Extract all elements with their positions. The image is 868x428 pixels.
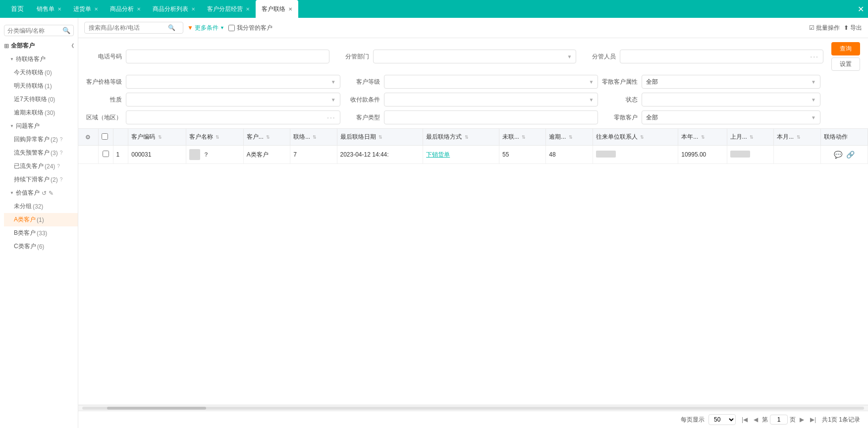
close-purchase-tab[interactable]: ✕ — [94, 6, 98, 12]
prev-page-button[interactable]: ◀ — [752, 415, 760, 424]
th-no-contact[interactable]: 未联... ⇅ — [499, 129, 545, 146]
th-last-method[interactable]: 最后联络方式 ⇅ — [423, 129, 499, 146]
th-checkbox[interactable] — [98, 129, 113, 146]
th-type[interactable]: 客户... ⇅ — [243, 129, 290, 146]
pending-contact-header[interactable]: ▼ 待联络客户 — [4, 53, 78, 66]
horizontal-scrollbar[interactable] — [78, 405, 868, 411]
page-number-input[interactable] — [770, 415, 788, 425]
sort-icon3[interactable]: ⇅ — [266, 135, 270, 140]
sort-icon7[interactable]: ⇅ — [522, 135, 526, 140]
sidebar-item-c-class[interactable]: C类客户 (6) — [4, 240, 78, 253]
payment-select[interactable]: ▼ — [384, 93, 598, 107]
th-last-month[interactable]: 上月... ⇅ — [727, 129, 773, 146]
my-customers-filter[interactable]: 我分管的客户 — [228, 24, 272, 32]
sidebar-item-repurchase-abnormal[interactable]: 回购异常客户 (2) ? — [4, 133, 78, 146]
sort-icon2[interactable]: ⇅ — [216, 135, 219, 140]
query-button[interactable]: 查询 — [831, 42, 860, 55]
close-sales-tab[interactable]: ✕ — [57, 6, 61, 12]
sidebar-item-7day-contact[interactable]: 近7天待联络 (0) — [4, 93, 78, 106]
nav-purchase[interactable]: 进货单 ✕ — [67, 0, 104, 18]
value-customers-header[interactable]: ▼ 价值客户 ↺ ✎ — [4, 186, 78, 200]
edit-icon[interactable]: ✎ — [49, 190, 54, 197]
sidebar-item-unclassified[interactable]: 未分组 (32) — [4, 200, 78, 213]
bulk-ops-button[interactable]: ☑ 批量操作 — [809, 24, 840, 32]
filter-search-icon[interactable]: 🔍 — [168, 24, 175, 31]
sidebar-item-declining[interactable]: 持续下滑客户 (2) ? — [4, 173, 78, 186]
th-name[interactable]: 客户名称 ⇅ — [186, 129, 243, 146]
sidebar-item-churn-warning[interactable]: 流失预警客户 (3) ? — [4, 146, 78, 160]
th-this-month[interactable]: 本月... ⇅ — [774, 129, 820, 146]
per-page-select[interactable]: 50 100 200 — [708, 414, 736, 425]
filter-search-box[interactable]: 🔍 — [84, 22, 183, 34]
message-icon[interactable]: 💬 — [834, 151, 842, 159]
retail-customer-select[interactable]: 全部 ▼ — [642, 110, 820, 124]
filter-search-input[interactable] — [89, 24, 168, 31]
nav-sales[interactable]: 销售单 ✕ — [31, 0, 67, 18]
sort-icon10[interactable]: ⇅ — [701, 135, 705, 140]
nav-customer-contact[interactable]: 客户联络 ✕ — [256, 0, 298, 18]
collapse-icon[interactable]: 《 — [69, 43, 74, 50]
my-customers-checkbox[interactable] — [228, 25, 235, 31]
status-select[interactable]: ▼ — [642, 93, 820, 107]
close-customer-contact-tab[interactable]: ✕ — [288, 6, 292, 12]
dept-select[interactable]: ▼ — [373, 50, 577, 63]
all-customers-header[interactable]: ⊞ 全部客户 《 — [0, 39, 78, 53]
person-input[interactable]: ··· — [620, 50, 823, 63]
row-checkbox[interactable] — [103, 151, 109, 157]
close-all-tabs[interactable]: ✕ — [858, 4, 864, 14]
scroll-track[interactable] — [82, 407, 864, 410]
sidebar-search-input[interactable] — [7, 27, 62, 34]
td-last-method[interactable]: 下销货单 — [423, 146, 499, 164]
settings-button[interactable]: 设置 — [831, 57, 860, 71]
sidebar-item-b-class[interactable]: B类客户 (33) — [4, 226, 78, 240]
close-customer-segment-tab[interactable]: ✕ — [246, 6, 250, 12]
sort-icon6[interactable]: ⇅ — [465, 135, 469, 140]
sidebar-item-churned[interactable]: 已流失客户 (24) ? — [4, 160, 78, 173]
td-checkbox[interactable] — [98, 146, 113, 164]
th-last-date[interactable]: 最后联络日期 ⇅ — [337, 129, 423, 146]
th-code[interactable]: 客户编码 ⇅ — [128, 129, 186, 146]
close-product-analysis-list-tab[interactable]: ✕ — [191, 6, 195, 12]
nature-select[interactable]: ▼ — [126, 93, 340, 107]
price-level-select[interactable]: ▼ — [126, 75, 340, 89]
retail-attr-select[interactable]: 全部 ▼ — [642, 75, 820, 89]
th-this-year[interactable]: 本年... ⇅ — [678, 129, 727, 146]
phone-input[interactable] — [126, 50, 329, 63]
sort-icon8[interactable]: ⇅ — [569, 135, 573, 140]
nav-customer-segment[interactable]: 客户分层经营 ✕ — [201, 0, 256, 18]
link-icon[interactable]: 🔗 — [846, 151, 855, 159]
customer-type-input[interactable] — [384, 110, 598, 124]
sort-icon12[interactable]: ⇅ — [797, 135, 801, 140]
sidebar-search-box[interactable]: 🔍 — [4, 25, 74, 36]
problem-customers-header[interactable]: ▼ 问题客户 — [4, 119, 78, 133]
sort-icon5[interactable]: ⇅ — [379, 135, 382, 140]
customer-level-select[interactable]: ▼ — [384, 75, 598, 89]
last-method-link[interactable]: 下销货单 — [426, 151, 450, 158]
next-page-button[interactable]: ▶ — [798, 415, 806, 424]
sidebar-item-overdue-contact[interactable]: 逾期未联络 (30) — [4, 106, 78, 119]
filter-more-conditions[interactable]: ▼ 更多条件 ▼ — [187, 24, 224, 32]
sidebar-item-tomorrow-contact[interactable]: 明天待联络 (1) — [4, 79, 78, 93]
th-settings[interactable]: ⚙ — [78, 129, 98, 146]
th-overdue[interactable]: 逾期... ⇅ — [546, 129, 593, 146]
nav-product-analysis[interactable]: 商品分析 ✕ — [104, 0, 147, 18]
select-all-checkbox[interactable] — [102, 133, 108, 140]
nav-home[interactable]: 首页 — [4, 0, 31, 18]
th-contact[interactable]: 联络... ⇅ — [290, 129, 337, 146]
sort-icon9[interactable]: ⇅ — [640, 135, 644, 140]
th-unit-contact[interactable]: 往来单位联系人 ⇅ — [593, 129, 678, 146]
refresh-icon[interactable]: ↺ — [42, 190, 47, 197]
close-product-analysis-tab[interactable]: ✕ — [137, 6, 141, 12]
sidebar-item-today-contact[interactable]: 今天待联络 (0) — [4, 66, 78, 79]
sidebar-search-icon[interactable]: 🔍 — [62, 27, 70, 34]
region-input[interactable]: ··· — [126, 110, 340, 124]
nav-product-analysis-list[interactable]: 商品分析列表 ✕ — [147, 0, 201, 18]
export-button[interactable]: ⬆ 导出 — [844, 24, 862, 32]
scroll-thumb[interactable] — [107, 407, 206, 410]
sort-icon[interactable]: ⇅ — [158, 135, 162, 140]
sidebar-item-a-class[interactable]: A类客户 (1) — [4, 213, 78, 226]
first-page-button[interactable]: |◀ — [740, 415, 750, 424]
last-page-button[interactable]: ▶| — [808, 415, 818, 424]
sort-icon11[interactable]: ⇅ — [750, 135, 754, 140]
gear-icon[interactable]: ⚙ — [85, 134, 91, 141]
